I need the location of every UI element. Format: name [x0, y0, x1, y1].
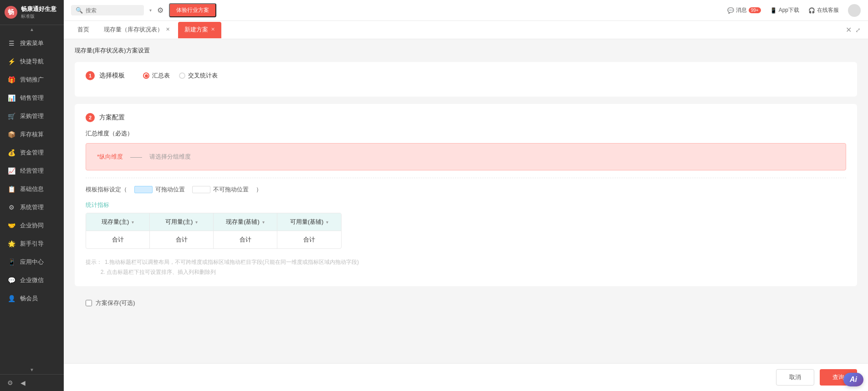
sidebar-bottom: ⚙ ◀: [0, 374, 64, 391]
main-area: 🔍 ▾ ⚙ 体验行业方案 💬 消息 99+ 📱 App下载 🎧 在线客服: [64, 0, 868, 391]
marketing-icon: 🎁: [7, 76, 15, 84]
content-area: 现存量(库存状况表)方案设置 1 选择模板 汇总表 交叉统计表: [64, 39, 868, 363]
search-menu-icon: ☰: [7, 39, 15, 47]
sidebar-scroll-up[interactable]: ▲: [0, 25, 64, 34]
dimension-section-label: 汇总维度（必选）: [86, 129, 846, 138]
sidebar-item-system[interactable]: ⚙ 系统管理: [0, 198, 64, 216]
stats-col-3-summary: 合计: [240, 236, 251, 244]
search-icon: 🔍: [76, 7, 83, 14]
sidebar-item-enterprise[interactable]: 🤝 企业协同: [0, 216, 64, 235]
members-icon: 👤: [7, 294, 15, 303]
search-input[interactable]: [86, 7, 136, 14]
stats-col-4-header[interactable]: 可用量(基辅) ▾: [277, 213, 341, 231]
tab-expand-btn[interactable]: ⤢: [855, 26, 861, 34]
stats-section: 统计指标 现存量(主) ▾ 可用量(主) ▾: [86, 201, 846, 250]
online-service-item[interactable]: 🎧 在线客服: [808, 6, 839, 14]
indicator-fixed: 不可拖动位置: [192, 185, 249, 194]
stats-table-header: 现存量(主) ▾ 可用量(主) ▾ 现存量(基辅) ▾: [86, 213, 341, 231]
sidebar-item-label: 企业微信: [20, 276, 44, 284]
sidebar-logo: 畅 畅康通好生意 标准版: [0, 0, 64, 25]
sidebar-item-wechat[interactable]: 💬 企业微信: [0, 271, 64, 289]
sidebar-nav: ☰ 搜索菜单 ⚡ 快捷导航 🎁 营销推广 📊 销售管理 🛒 采购管理 📦 库存核…: [0, 34, 64, 365]
app-download-item[interactable]: 📱 App下载: [770, 6, 799, 14]
stats-col-2-label: 可用量(主): [165, 218, 193, 226]
stats-col-3-header[interactable]: 现存量(基辅) ▾: [214, 213, 277, 231]
tab-new-plan-close-icon[interactable]: ✕: [211, 26, 215, 32]
sidebar-item-appcenter[interactable]: 📱 应用中心: [0, 253, 64, 271]
sidebar-item-label: 系统管理: [20, 203, 44, 211]
ai-badge[interactable]: Ai: [843, 373, 863, 386]
stats-table-row-1: 合计 合计 合计 合计: [86, 231, 341, 248]
volume-icon[interactable]: ◀: [20, 379, 26, 386]
radio-summary[interactable]: 汇总表: [143, 72, 170, 80]
tab-inventory-close-icon[interactable]: ✕: [166, 26, 170, 32]
tabs-right-actions: ✕ ⤢: [846, 26, 861, 34]
action-bar: 取消 查询: [64, 363, 868, 391]
tip-1: 提示： 1.拖动标题栏可以调整布局，不可跨维度或指标区域拖动栏目字段(只能在同一…: [86, 257, 846, 268]
tab-home-label: 首页: [77, 26, 89, 34]
sidebar-item-basics[interactable]: 📋 基础信息: [0, 180, 64, 198]
stats-col-4-chevron: ▾: [326, 220, 328, 225]
cancel-button[interactable]: 取消: [776, 369, 814, 386]
tabs-bar: 首页 现存量（库存状况表） ✕ 新建方案 ✕ ✕ ⤢: [64, 21, 868, 39]
sidebar-item-quicknav[interactable]: ⚡ 快捷导航: [0, 52, 64, 71]
app-icon: 📱: [770, 7, 777, 14]
sidebar-item-sales[interactable]: 📊 销售管理: [0, 89, 64, 107]
indicator-draggable-label: 可拖动位置: [155, 185, 185, 194]
search-chevron-icon[interactable]: ▾: [149, 8, 152, 13]
stats-col-2-chevron: ▾: [195, 220, 198, 225]
sidebar-item-inventory[interactable]: 📦 库存核算: [0, 125, 64, 144]
step2-section: 2 方案配置 汇总维度（必选） *纵向维度 —— 请选择分组维度 模板指标设定（: [75, 104, 857, 286]
sidebar-item-purchase[interactable]: 🛒 采购管理: [0, 107, 64, 125]
tab-inventory[interactable]: 现存量（库存状况表） ✕: [97, 22, 176, 38]
tab-close-btn[interactable]: ✕: [846, 26, 852, 34]
stats-col-3-chevron: ▾: [262, 220, 265, 225]
sidebar-item-marketing[interactable]: 🎁 营销推广: [0, 71, 64, 89]
tab-new-plan-label: 新建方案: [184, 26, 208, 34]
search-box[interactable]: 🔍: [71, 5, 144, 15]
template-indicators: 模板指标设定（ 可拖动位置 不可拖动位置 ）: [86, 185, 846, 194]
tab-new-plan[interactable]: 新建方案 ✕: [178, 22, 221, 38]
basics-icon: 📋: [7, 185, 15, 193]
save-plan-checkbox[interactable]: [86, 300, 92, 306]
draggable-box: [134, 186, 153, 193]
topbar-gear-icon[interactable]: ⚙: [157, 6, 163, 15]
app-download-label: App下载: [779, 6, 799, 14]
service-icon: 🎧: [808, 7, 815, 14]
sidebar-item-operations[interactable]: 📈 经营管理: [0, 162, 64, 180]
stats-col-1-header[interactable]: 现存量(主) ▾: [86, 213, 150, 231]
dimension-row: *纵向维度 —— 请选择分组维度: [97, 153, 835, 161]
enterprise-icon: 🤝: [7, 221, 15, 230]
messages-item[interactable]: 💬 消息 99+: [727, 6, 761, 14]
template-radio-group: 汇总表 交叉统计表: [143, 72, 218, 80]
indicator-draggable: 可拖动位置: [134, 185, 185, 194]
tab-home[interactable]: 首页: [71, 22, 96, 38]
trial-button[interactable]: 体验行业方案: [169, 3, 216, 17]
template-indicators-suffix: ）: [256, 185, 262, 194]
stats-col-4-label: 可用量(基辅): [290, 218, 324, 226]
topbar: 🔍 ▾ ⚙ 体验行业方案 💬 消息 99+ 📱 App下载 🎧 在线客服: [64, 0, 868, 21]
sidebar-item-label: 搜索菜单: [20, 39, 44, 47]
stats-col-2-header[interactable]: 可用量(主) ▾: [150, 213, 214, 231]
online-service-label: 在线客服: [817, 6, 839, 14]
stats-col-4-cell: 合计: [277, 231, 341, 248]
radio-crosstab[interactable]: 交叉统计表: [179, 72, 218, 80]
user-avatar[interactable]: [848, 4, 861, 17]
radio-crosstab-label: 交叉统计表: [188, 72, 218, 80]
sidebar: 畅 畅康通好生意 标准版 ▲ ☰ 搜索菜单 ⚡ 快捷导航 🎁 营销推广 📊 销售…: [0, 0, 64, 391]
tab-inventory-label: 现存量（库存状况表）: [104, 26, 163, 34]
sidebar-item-newguide[interactable]: 🌟 新手引导: [0, 235, 64, 253]
settings-icon[interactable]: ⚙: [7, 379, 13, 386]
step1-badge: 1: [86, 71, 95, 80]
stats-col-1-label: 现存量(主): [102, 218, 129, 226]
tip-2: 2. 点击标题栏下拉可设置排序、插入列和删除列: [86, 268, 846, 278]
sidebar-scroll-down[interactable]: ▼: [0, 365, 64, 374]
sidebar-item-members[interactable]: 👤 畅会员: [0, 289, 64, 308]
dimension-placeholder: 请选择分组维度: [149, 153, 191, 161]
sidebar-item-finance[interactable]: 💰 资金管理: [0, 144, 64, 162]
dimension-area[interactable]: *纵向维度 —— 请选择分组维度: [86, 143, 846, 170]
indicator-fixed-label: 不可拖动位置: [213, 185, 249, 194]
stats-col-1-chevron: ▾: [132, 220, 134, 225]
sidebar-item-search[interactable]: ☰ 搜索菜单: [0, 34, 64, 52]
appcenter-icon: 📱: [7, 258, 15, 266]
